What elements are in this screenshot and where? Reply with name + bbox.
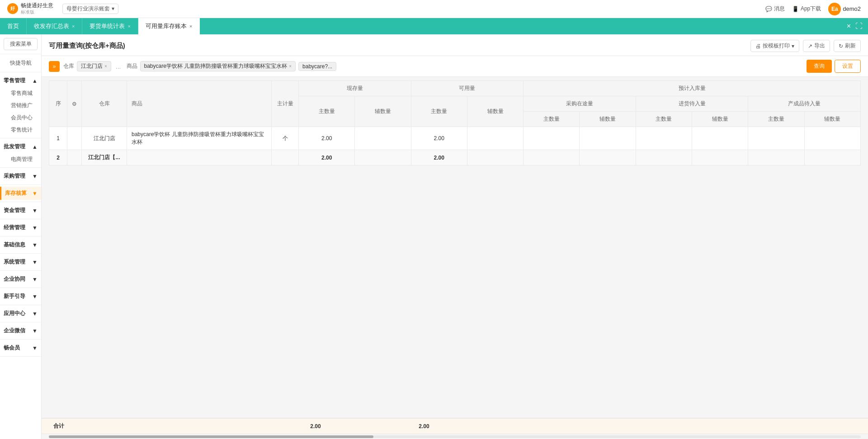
table-row: 2 江北门店【... 2.00 2.00	[49, 150, 861, 165]
tab-available-ledger-close[interactable]: ×	[189, 24, 192, 29]
warehouse-filter-remove[interactable]: ×	[104, 64, 107, 69]
message-label: 消息	[774, 5, 785, 13]
expand-icon-ops: ▼	[32, 225, 38, 231]
sidebar-section-operations-title[interactable]: 经营管理 ▼	[0, 221, 41, 234]
tab-home-label: 首页	[7, 22, 19, 30]
sidebar-section-wechat: 企业微信 ▼	[0, 322, 41, 340]
logo: 好 畅捷通好生意 标准版	[7, 2, 53, 15]
cell-no-2: 2	[49, 150, 67, 165]
col-header-stock-aux: 辅数量	[355, 96, 411, 127]
col-header-ap-aux: 辅数量	[692, 112, 748, 127]
sidebar-section-enterprise: 企业协同 ▼	[0, 271, 41, 288]
query-button[interactable]: 查询	[807, 60, 832, 73]
cell-settings-2[interactable]	[67, 150, 82, 165]
cell-stock-aux-1	[355, 127, 411, 150]
warehouse-filter-label: 仓库	[63, 62, 74, 70]
cell-pp-main-1	[748, 127, 804, 150]
top-bar-right: 💬 消息 📱 App下载 Ea demo2	[765, 3, 861, 15]
product-filter-tag1[interactable]: babycare学饮杯 儿童防摔防撞吸管杯重力球吸嘴杯宝宝水杯 ×	[140, 61, 296, 71]
filter-expand-button[interactable]: »	[49, 61, 60, 72]
cell-pt-main-2	[524, 150, 580, 165]
avatar: Ea	[828, 3, 841, 15]
sidebar-section-basic-title[interactable]: 基础信息 ▼	[0, 238, 41, 251]
col-header-pp-main: 主数量	[748, 112, 804, 127]
expand-icon-enterprise: ▼	[32, 276, 38, 283]
print-dropdown-icon: ▾	[792, 43, 794, 49]
tab-requisition-stats-close[interactable]: ×	[127, 24, 130, 29]
sidebar-section-system-title[interactable]: 系统管理 ▼	[0, 255, 41, 269]
message-button[interactable]: 💬 消息	[765, 5, 785, 13]
industry-selector[interactable]: 母婴行业演示账套 ▾	[62, 4, 118, 14]
app-download-button[interactable]: 📱 App下载	[792, 5, 821, 13]
sidebar-section-appcenter-title[interactable]: 应用中心 ▼	[0, 307, 41, 320]
sidebar-section-finance-label: 资金管理	[4, 207, 25, 214]
close-all-icon[interactable]: ×	[845, 22, 853, 30]
print-button[interactable]: 🖨 按模板打印 ▾	[750, 40, 799, 52]
cell-stock-aux-2	[355, 150, 411, 165]
cell-unit-1: 个	[272, 127, 299, 150]
sidebar-section-inventory-label: 库存核算	[5, 189, 27, 197]
filter-product-group: 商品 babycare学饮杯 儿童防摔防撞吸管杯重力球吸嘴杯宝宝水杯 × bab…	[127, 61, 337, 71]
sidebar-item-ecommerce[interactable]: 电商管理	[0, 153, 41, 165]
user-profile[interactable]: Ea demo2	[828, 3, 861, 15]
warehouse-filter-tag[interactable]: 江北门店 ×	[77, 61, 111, 71]
expand-icon-basic: ▼	[32, 242, 38, 248]
sidebar-section-finance-title[interactable]: 资金管理 ▼	[0, 204, 41, 217]
sidebar-item-marketing[interactable]: 营销推广	[0, 99, 41, 112]
sidebar-item-members[interactable]: 会员中心	[0, 112, 41, 124]
tab-home[interactable]: 首页	[0, 18, 27, 34]
sidebar-item-retail-stats[interactable]: 零售统计	[0, 124, 41, 136]
cell-product-1: babycare学饮杯 儿童防摔防撞吸管杯重力球吸嘴杯宝宝水杯	[127, 127, 272, 150]
cell-no-1: 1	[49, 127, 67, 150]
tab-receipt-summary[interactable]: 收发存汇总表 ×	[27, 18, 82, 34]
scrollbar-container	[42, 434, 868, 439]
cell-pt-aux-2	[580, 150, 636, 165]
sidebar-section-appcenter: 应用中心 ▼	[0, 305, 41, 322]
sidebar-section-purchase-title[interactable]: 采购管理 ▼	[0, 170, 41, 183]
app-download-label: App下载	[801, 5, 821, 13]
sidebar-section-wholesale-title[interactable]: 批发管理 ▲	[0, 140, 41, 153]
sidebar-section-newguide-label: 新手引导	[4, 293, 25, 300]
sidebar-section-enterprise-title[interactable]: 企业协同 ▼	[0, 273, 41, 286]
table-row: 1 江北门店 babycare学饮杯 儿童防摔防撞吸管杯重力球吸嘴杯宝宝水杯 个…	[49, 127, 861, 150]
sidebar-section-retail: 零售管理 ▲ 零售商城 营销推广 会员中心 零售统计	[0, 72, 41, 138]
app-edition: 标准版	[21, 9, 53, 15]
settings-button[interactable]: 设置	[835, 60, 861, 73]
print-icon: 🖨	[755, 43, 761, 49]
warehouse-filter-dots[interactable]: ...	[114, 63, 123, 70]
sidebar-section-member-label: 畅会员	[4, 344, 20, 352]
col-header-pp-aux: 辅数量	[804, 112, 860, 127]
cell-pp-main-2	[748, 150, 804, 165]
maximize-icon[interactable]: ⛶	[854, 22, 864, 30]
sidebar-section-wholesale: 批发管理 ▲ 电商管理	[0, 138, 41, 168]
cell-warehouse-1: 江北门店	[82, 127, 127, 150]
sidebar-item-retail-mall[interactable]: 零售商城	[0, 87, 41, 99]
sidebar-section-newguide-title[interactable]: 新手引导 ▼	[0, 290, 41, 303]
col-header-settings[interactable]: ⚙	[67, 81, 82, 127]
cell-product-2	[127, 150, 272, 165]
product-filter-remove1[interactable]: ×	[289, 64, 292, 69]
refresh-button[interactable]: ↻ 刷新	[834, 40, 861, 52]
sidebar-search-section: 搜索菜单	[0, 34, 41, 54]
product-filter-tag2[interactable]: babycare?...	[298, 62, 336, 71]
sidebar-item-shortcut[interactable]: 快捷导航	[2, 57, 39, 70]
tab-available-ledger[interactable]: 可用量库存账本 ×	[138, 18, 200, 34]
col-header-pt-aux: 辅数量	[580, 112, 636, 127]
scrollbar-thumb[interactable]	[49, 435, 373, 438]
cell-pp-aux-2	[804, 150, 860, 165]
user-name: demo2	[843, 5, 861, 12]
tab-receipt-summary-close[interactable]: ×	[72, 24, 75, 29]
col-header-arrival-pending: 进货待入量	[636, 96, 748, 112]
sidebar-section-retail-title[interactable]: 零售管理 ▲	[0, 74, 41, 87]
industry-label: 母婴行业演示账套	[66, 5, 110, 13]
export-button[interactable]: ↗ 导出	[803, 40, 830, 52]
cell-settings-1[interactable]	[67, 127, 82, 150]
sidebar-section-wechat-title[interactable]: 企业微信 ▼	[0, 324, 41, 337]
sidebar-section-system: 系统管理 ▼	[0, 254, 41, 271]
tab-requisition-stats[interactable]: 要货单统计表 ×	[82, 18, 138, 34]
sidebar-section-basic-label: 基础信息	[4, 241, 25, 249]
search-menu-button[interactable]: 搜索菜单	[4, 38, 38, 50]
app-name: 畅捷通好生意	[21, 2, 53, 9]
sidebar-section-inventory-title[interactable]: 库存核算 ▼	[0, 187, 41, 200]
sidebar-section-member-title[interactable]: 畅会员 ▼	[0, 341, 41, 354]
